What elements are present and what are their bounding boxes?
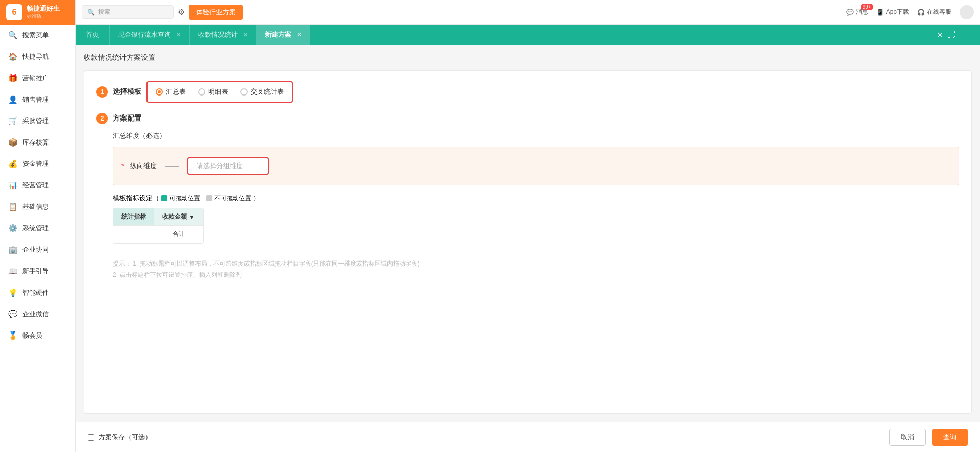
support-label: 在线客服 [927,8,951,16]
step2-number: 2 [96,113,108,124]
logo-text: 畅捷通好生 [27,5,60,13]
sidebar-item-marketing[interactable]: 🎁营销推广 [0,67,75,89]
sidebar-icon-marketing: 🎁 [8,74,17,83]
movable-indicator [161,195,167,201]
close-tab-payment-stats-icon[interactable]: ✕ [243,31,248,38]
col1-label: 收款金额 [162,212,187,221]
save-checkbox[interactable] [88,434,94,441]
search-icon: 🔍 [87,9,95,16]
support-btn[interactable]: 🎧 在线客服 [917,8,951,16]
industry-btn[interactable]: 体验行业方案 [189,5,243,20]
sidebar-item-purchase[interactable]: 🛒采购管理 [0,110,75,132]
support-icon: 🎧 [917,9,925,16]
template-summary[interactable]: 汇总表 [156,87,186,97]
cancel-button[interactable]: 取消 [889,429,926,446]
footer-buttons: 取消 查询 [889,429,968,446]
sidebar-label-purchase: 采购管理 [22,116,49,126]
tab-label-payment-stats: 收款情况统计 [198,30,238,39]
tab-payment-stats[interactable]: 收款情况统计✕ [190,25,257,45]
maximize-icon[interactable]: ⛶ [947,30,955,39]
sidebar-icon-sales: 👤 [8,95,17,104]
sidebar-label-guide: 新手引导 [22,267,49,276]
template-cross[interactable]: 交叉统计表 [240,87,284,97]
sidebar-item-inventory[interactable]: 📦库存核算 [0,132,75,153]
hint-2: 2. 点击标题栏下拉可设置排序、插入列和删除列 [113,270,959,281]
dim-arrow: —— [165,162,179,170]
step1-header: 1 选择模板 汇总表 明细表 [96,81,959,103]
user-avatar[interactable] [960,5,974,19]
metrics-movable-hint: 可拖动位置 [169,194,200,203]
sidebar-item-guide[interactable]: 📖新手引导 [0,260,75,282]
sidebar-item-hardware[interactable]: 💡智能硬件 [0,282,75,303]
step1-title: 选择模板 [113,87,141,97]
sidebar-icon-hardware: 💡 [8,288,17,297]
download-label: App下载 [886,8,909,16]
hint-area: 提示： 1. 拖动标题栏可以调整布局，不可跨维度或指标区域拖动栏目字段(只能在同… [113,253,959,286]
sidebar-item-sales[interactable]: 👤销售管理 [0,89,75,110]
sidebar-item-search-menu[interactable]: 🔍搜索菜单 [0,25,75,46]
sidebar: 6 畅捷通好生 标准版 🔍搜索菜单🏠快捷导航🎁营销推广👤销售管理🛒采购管理📦库存… [0,0,76,452]
query-button[interactable]: 查询 [932,429,968,446]
metrics-table: 统计指标 收款金额 ▼ [113,208,203,243]
sidebar-label-sales: 销售管理 [22,95,49,104]
dimension-title: 汇总维度（必选） [113,131,959,140]
metrics-fixed-hint: 不可拖动位置 [214,194,251,203]
sidebar-label-member: 畅会员 [22,331,42,340]
sidebar-item-wechat[interactable]: 💬企业微信 [0,303,75,325]
top-header: 🔍 搜索 ⚙ 体验行业方案 💬 消息 99+ 📱 App下载 🎧 在线客服 [76,0,980,25]
template-detail[interactable]: 明细表 [198,87,228,97]
tab-label-bank-flow: 现金银行流水查询 [118,30,171,39]
tab-bar-end: ✕ ⛶ [937,25,960,45]
metrics-col1-header[interactable]: 收款金额 ▼ [154,208,203,226]
dim-select[interactable]: 请选择分组维度 [187,157,269,175]
step1-number: 1 [96,86,108,98]
content-area: 收款情况统计方案设置 1 选择模板 汇总表 [76,45,980,422]
gear-icon[interactable]: ⚙ [178,7,185,17]
tab-bank-flow[interactable]: 现金银行流水查询✕ [110,25,190,45]
page-title: 收款情况统计方案设置 [84,53,972,62]
sidebar-item-enterprise[interactable]: 🏢企业协同 [0,239,75,260]
sidebar-label-marketing: 营销推广 [22,74,49,83]
message-icon: 💬 [846,9,854,16]
close-tab-new-plan-icon[interactable]: ✕ [297,31,302,38]
sidebar-icon-quick-nav: 🏠 [8,52,17,61]
notification-btn[interactable]: 💬 消息 99+ [846,8,868,16]
notification-badge: 99+ [861,4,873,10]
dim-vertical-label: 纵向维度 [130,161,157,171]
metrics-label: 模板指标设定（ [113,194,159,203]
close-window-icon[interactable]: ✕ [937,30,943,40]
sidebar-label-quick-nav: 快捷导航 [22,52,49,61]
sidebar-item-basic-info[interactable]: 📋基础信息 [0,196,75,218]
main-area: 🔍 搜索 ⚙ 体验行业方案 💬 消息 99+ 📱 App下载 🎧 在线客服 首页… [76,0,980,452]
sidebar-item-system[interactable]: ⚙️系统管理 [0,218,75,239]
sidebar-icon-basic-info: 📋 [8,202,17,211]
radio-detail-label: 明细表 [208,87,228,97]
sidebar-item-member[interactable]: 🏅畅会员 [0,325,75,346]
sidebar-label-inventory: 库存核算 [22,138,49,147]
tab-home[interactable]: 首页 [76,25,110,45]
sidebar-label-search-menu: 搜索菜单 [22,31,49,40]
sidebar-item-operation[interactable]: 📊经营管理 [0,175,75,196]
sidebar-item-finance[interactable]: 💰资金管理 [0,153,75,175]
search-bar[interactable]: 🔍 搜索 [82,5,174,19]
metrics-paren-close: ） [253,194,259,203]
radio-cross-label: 交叉统计表 [251,87,284,97]
sidebar-icon-purchase: 🛒 [8,116,17,126]
sidebar-label-finance: 资金管理 [22,159,49,169]
tab-bar: 首页现金银行流水查询✕收款情况统计✕新建方案✕ ✕ ⛶ [76,25,980,45]
dimension-area: * 纵向维度 —— 请选择分组维度 [113,147,959,185]
col1-header-content: 收款金额 ▼ [162,212,195,221]
sidebar-item-quick-nav[interactable]: 🏠快捷导航 [0,46,75,67]
step2-header: 2 方案配置 [96,113,959,124]
radio-cross-circle [240,88,248,96]
save-label: 方案保存（可选） [99,433,152,442]
metrics-header-label: 统计指标 [113,208,154,226]
tab-new-plan[interactable]: 新建方案✕ [257,25,310,45]
sidebar-icon-guide: 📖 [8,267,17,276]
download-btn[interactable]: 📱 App下载 [876,8,909,16]
dim-required-mark: * [121,162,124,170]
template-options: 汇总表 明细表 交叉统计表 [146,81,293,103]
close-tab-bank-flow-icon[interactable]: ✕ [176,31,181,38]
logo-icon: 6 [6,4,22,20]
radio-summary-circle [156,88,163,96]
